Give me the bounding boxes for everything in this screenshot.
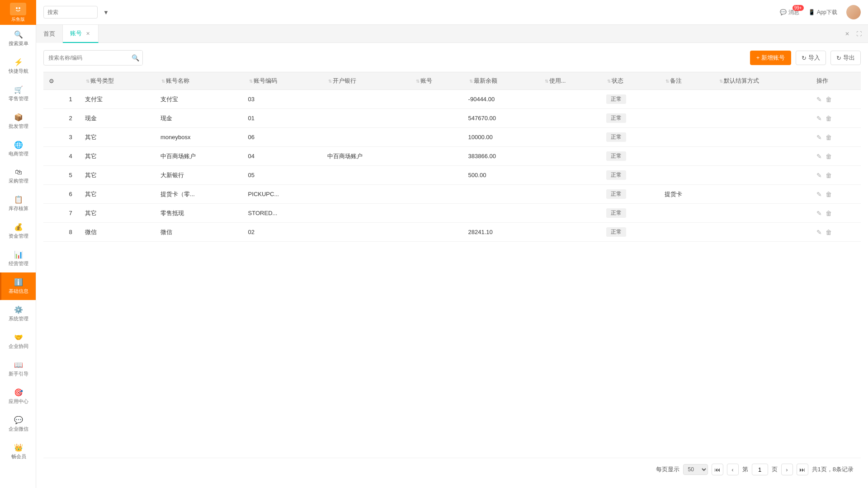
message-button[interactable]: 💬 消息 99+ (780, 9, 799, 16)
search-button[interactable]: 🔍 (128, 51, 142, 65)
page-prev-btn[interactable]: ‹ (727, 464, 739, 475)
sidebar-item-purchase-mgmt[interactable]: 🛍 采购管理 (0, 163, 36, 190)
sidebar-item-inventory[interactable]: 📋 库存核算 (0, 190, 36, 217)
tab-home[interactable]: 首页 (36, 25, 63, 43)
delete-btn-4[interactable]: 🗑 (826, 172, 832, 179)
sidebar-item-system-mgmt[interactable]: ⚙️ 系统管理 (0, 300, 36, 328)
row-account-3 (410, 147, 463, 166)
sidebar-item-quick-nav[interactable]: ⚡ 快捷导航 (0, 52, 36, 80)
ecommerce-mgmt-label: 电商管理 (9, 150, 28, 157)
app-download-label: App下载 (817, 9, 837, 16)
per-page-select[interactable]: 50 20 100 (683, 464, 708, 475)
col-name[interactable]: ⇅账号名称 (155, 72, 243, 90)
pagination-bar: 每页显示 50 20 100 ⏮ ‹ 第 页 › ⏭ 共1页，8条记录 (43, 458, 861, 481)
edit-btn-2[interactable]: ✎ (816, 134, 822, 141)
row-type-7: 微信 (80, 223, 155, 242)
col-status[interactable]: ⇅状态 (601, 72, 659, 90)
col-usage[interactable]: ⇅使用... (538, 72, 601, 90)
delete-btn-0[interactable]: 🗑 (826, 96, 832, 103)
export-button[interactable]: ↻ 导出 (830, 51, 861, 65)
sidebar-item-enterprise-agreement[interactable]: 🤝 企业协同 (0, 328, 36, 355)
topbar-search-input[interactable] (43, 6, 98, 19)
edit-btn-3[interactable]: ✎ (816, 153, 822, 160)
topbar-dropdown[interactable]: ▼ (103, 9, 109, 16)
row-num-1: 2 (61, 109, 80, 128)
edit-btn-6[interactable]: ✎ (816, 210, 822, 217)
topbar: ▼ 💬 消息 99+ 📱 App下载 (36, 0, 868, 25)
tabbar-fullscreen-btn[interactable]: ⛶ (854, 28, 864, 39)
col-remark[interactable]: ⇅备注 (659, 72, 713, 90)
row-default-settle-3 (713, 147, 811, 166)
row-balance-1: 547670.00 (463, 109, 538, 128)
user-avatar[interactable] (846, 5, 861, 19)
add-account-button[interactable]: + 新增账号 (750, 51, 791, 65)
delete-btn-3[interactable]: 🗑 (826, 153, 832, 160)
sidebar-item-vip[interactable]: 👑 畅会员 (0, 438, 36, 465)
sidebar-item-retail-mgmt[interactable]: 🛒 零售管理 (0, 80, 36, 108)
page-last-btn[interactable]: ⏭ (797, 464, 808, 475)
row-settings-1 (43, 109, 61, 128)
sidebar-item-operations-mgmt[interactable]: 📊 经营管理 (0, 245, 36, 272)
wholesale-mgmt-label: 批发管理 (9, 123, 28, 130)
row-status-1: 正常 (601, 109, 659, 128)
message-icon: 💬 (780, 9, 787, 15)
delete-btn-1[interactable]: 🗑 (826, 115, 832, 122)
import-button[interactable]: ↻ 导入 (796, 51, 826, 65)
delete-btn-5[interactable]: 🗑 (826, 191, 832, 198)
search-menu-label: 搜索菜单 (9, 40, 28, 47)
row-status-7: 正常 (601, 223, 659, 242)
delete-btn-2[interactable]: 🗑 (826, 134, 832, 141)
edit-btn-7[interactable]: ✎ (816, 229, 822, 236)
col-account[interactable]: ⇅账号 (410, 72, 463, 90)
svg-point-1 (16, 7, 18, 9)
delete-btn-6[interactable]: 🗑 (826, 210, 832, 217)
col-bank[interactable]: ⇅开户银行 (322, 72, 410, 90)
basic-info-icon: ℹ️ (14, 278, 23, 286)
sidebar-item-new-guide[interactable]: 📖 新手引导 (0, 355, 36, 383)
col-default-settle[interactable]: ⇅默认结算方式 (713, 72, 811, 90)
page-first-btn[interactable]: ⏮ (712, 464, 723, 475)
sidebar-item-search-menu[interactable]: 🔍 搜索菜单 (0, 25, 36, 52)
app-download-button[interactable]: 📱 App下载 (808, 9, 837, 16)
svg-point-2 (19, 7, 20, 9)
row-actions-5: ✎ 🗑 (811, 185, 861, 204)
search-input[interactable] (44, 52, 128, 64)
row-name-0: 支付宝 (155, 90, 243, 109)
row-balance-3: 383866.00 (463, 147, 538, 166)
page-input[interactable] (752, 464, 768, 475)
col-type[interactable]: ⇅账号类型 (80, 72, 155, 90)
row-account-4 (410, 166, 463, 185)
row-name-6: 零售抵现 (155, 204, 243, 223)
page-next-btn[interactable]: › (781, 464, 793, 475)
sidebar-item-enterprise-wechat[interactable]: 💬 企业微信 (0, 410, 36, 438)
row-bank-5 (322, 185, 410, 204)
row-usage-4 (538, 166, 601, 185)
sidebar-item-wholesale-mgmt[interactable]: 📦 批发管理 (0, 108, 36, 135)
vip-label: 畅会员 (11, 453, 26, 460)
edit-btn-1[interactable]: ✎ (816, 115, 822, 122)
total-label: 共1页，8条记录 (812, 465, 854, 474)
sidebar-item-app-center[interactable]: 🎯 应用中心 (0, 383, 36, 410)
edit-btn-4[interactable]: ✎ (816, 172, 822, 179)
edit-btn-0[interactable]: ✎ (816, 96, 822, 103)
sidebar-item-basic-info[interactable]: ℹ️ 基础信息 (0, 272, 36, 300)
col-settings[interactable]: ⚙ (43, 72, 61, 90)
col-code[interactable]: ⇅账号编码 (243, 72, 322, 90)
col-balance[interactable]: ⇅最新余额 (463, 72, 538, 90)
row-code-3: 04 (243, 147, 322, 166)
tabbar-close-btn[interactable]: ✕ (842, 28, 853, 39)
page-label: 第 (742, 465, 748, 474)
sidebar-item-ecommerce-mgmt[interactable]: 🌐 电商管理 (0, 135, 36, 163)
row-name-3: 中百商场账户 (155, 147, 243, 166)
app-center-label: 应用中心 (9, 398, 28, 405)
sidebar-item-finance-mgmt[interactable]: 💰 资金管理 (0, 217, 36, 245)
tab-account-close[interactable]: ✕ (85, 30, 91, 37)
edit-btn-5[interactable]: ✎ (816, 191, 822, 198)
content-area: 🔍 + 新增账号 ↻ 导入 ↻ 导出 ⚙ ⇅账号类型 (36, 43, 868, 488)
row-num-4: 5 (61, 166, 80, 185)
row-num-7: 8 (61, 223, 80, 242)
tab-account[interactable]: 账号 ✕ (63, 25, 99, 43)
row-bank-0 (322, 90, 410, 109)
basic-info-label: 基础信息 (9, 288, 28, 295)
delete-btn-7[interactable]: 🗑 (826, 229, 832, 236)
